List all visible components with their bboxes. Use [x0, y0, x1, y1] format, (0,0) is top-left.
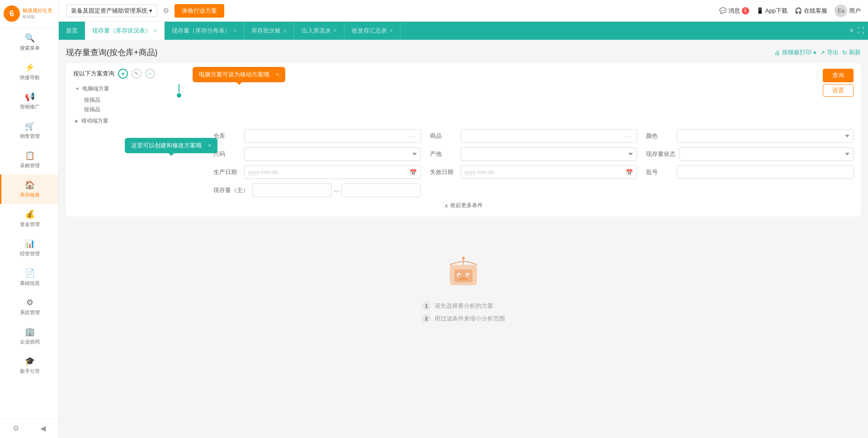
sidebar-item-operations[interactable]: 📊 经营管理 — [0, 233, 58, 263]
collapse-sidebar-btn[interactable]: ◀ — [40, 424, 46, 433]
tab-close-inout-flow[interactable]: × — [334, 28, 337, 34]
filter-batch-row: 批号 — [646, 165, 854, 179]
sidebar-item-marketing[interactable]: 📢 营销推广 — [0, 86, 58, 116]
guide-icon: 🎓 — [25, 356, 35, 366]
sidebar-item-basic[interactable]: 📄 基础信息 — [0, 263, 58, 292]
stock-status-select[interactable] — [679, 147, 854, 161]
expire-date-input[interactable]: yyyy-mm-dd 📅 — [461, 165, 637, 179]
tab-close-recv-summary[interactable]: × — [390, 28, 393, 34]
sidebar-item-guide[interactable]: 🎓 新手引导 — [0, 351, 58, 380]
tab-close-batch-ledger[interactable]: × — [283, 28, 287, 34]
filter-panel: 按以下方案查询 + ✎ ← ▼ 电脑端方案 按揭品 — [66, 63, 861, 217]
tab-inventory-dist[interactable]: 现存量（库存分布表） × — [165, 22, 244, 40]
goods-label: 商品 — [430, 132, 457, 140]
filter-header-label: 按以下方案查询 — [73, 70, 114, 78]
stock-status-label: 现存量状态 — [646, 150, 675, 158]
sidebar-item-search[interactable]: 🔍 搜索菜单 — [0, 28, 58, 57]
tab-close-all-btn[interactable]: × — [849, 27, 854, 35]
message-btn[interactable]: 💬 消息 6 — [719, 7, 749, 15]
tabbar: 首页 现存量（库存状况表） × 现存量（库存分布表） × 库存批次账 × 出入库… — [59, 22, 868, 40]
topbar-gear-icon[interactable]: ⚙ — [163, 6, 169, 15]
batch-input[interactable] — [677, 165, 854, 179]
calendar-icon: 📅 — [626, 169, 633, 176]
system-selector[interactable]: 装备及固定资产辅助管理系统 ▾ — [66, 5, 157, 17]
chevron-down-icon: ▾ — [149, 7, 152, 14]
sidebar-item-quick[interactable]: ⚡ 快捷导航 — [0, 57, 58, 86]
svg-point-4 — [458, 274, 460, 276]
collapse-btn[interactable]: ∧ 收起更多条件 — [444, 202, 483, 209]
filter-action-btns: 查询 设置 — [823, 69, 854, 97]
goods-input[interactable]: ··· — [461, 129, 637, 143]
stock-main-from-input[interactable] — [252, 184, 332, 197]
color-select[interactable] — [677, 129, 854, 143]
tab-inout-flow[interactable]: 出入库流水 × — [294, 22, 344, 40]
system-name: 装备及固定资产辅助管理系统 — [71, 7, 147, 15]
reset-btn[interactable]: 设置 — [823, 84, 854, 97]
desktop-scheme-group[interactable]: ▼ 电脑端方案 — [73, 84, 854, 94]
prev-scheme-btn[interactable]: ← — [145, 69, 155, 79]
sales-icon: 🛒 — [25, 121, 35, 131]
sidebar-item-label: 销售管理 — [20, 133, 40, 140]
tab-maximize-btn[interactable]: ⛶ — [857, 27, 864, 35]
quick-icon: ⚡ — [25, 62, 35, 72]
range-separator: — — [334, 187, 340, 194]
green-tooltip-close-btn[interactable]: × — [208, 142, 212, 149]
industry-solution-btn[interactable]: 体验行业方案 — [175, 4, 224, 18]
sidebar-item-inventory[interactable]: 🏠 库存核算 — [0, 174, 58, 204]
warehouse-label: 仓库 — [213, 132, 241, 140]
prod-date-label: 生产日期 — [213, 168, 241, 176]
filter-expire-date-row: 失效日期 yyyy-mm-dd 📅 — [430, 165, 637, 179]
tab-close-inventory-dist[interactable]: × — [233, 28, 236, 34]
add-scheme-btn[interactable]: + — [118, 69, 128, 79]
tab-batch-ledger[interactable]: 库存批次账 × — [244, 22, 294, 40]
sidebar-item-system[interactable]: ⚙ 系统管理 — [0, 292, 58, 321]
prod-date-input[interactable]: yyyy-mm-dd 📅 — [244, 165, 421, 179]
size-select[interactable] — [244, 147, 421, 161]
filter-stock-status-row: 现存量状态 — [646, 147, 854, 161]
tab-recv-summary[interactable]: 收发存汇总表 × — [344, 22, 401, 40]
print-btn[interactable]: 🖨 按模板打印 ▾ — [774, 48, 816, 57]
scheme-item-2[interactable]: 按揭品 — [82, 105, 854, 114]
app-download-btn[interactable]: 📱 App下载 — [756, 7, 788, 15]
stock-main-to-input[interactable] — [341, 184, 421, 197]
sidebar-item-sales[interactable]: 🛒 销售管理 — [0, 116, 58, 145]
sidebar: 6 畅捷通好生意 标准版 🔍 搜索菜单 ⚡ 快捷导航 📢 营销推广 🛒 销 — [0, 0, 59, 438]
settings-footer-btn[interactable]: ⚙ — [13, 424, 19, 433]
sidebar-item-finance[interactable]: 💰 资金管理 — [0, 204, 58, 233]
svg-point-5 — [467, 274, 469, 276]
svg-rect-1 — [454, 269, 472, 282]
sidebar-item-label: 经营管理 — [20, 250, 40, 257]
query-btn[interactable]: 查询 — [823, 69, 854, 82]
export-btn[interactable]: ↗ 导出 — [820, 48, 839, 57]
user-menu-btn[interactable]: Ea 用户 — [835, 5, 861, 17]
message-badge: 6 — [742, 7, 749, 14]
sidebar-item-purchase[interactable]: 📋 采购管理 — [0, 145, 58, 174]
system-icon: ⚙ — [26, 297, 33, 307]
logo-icon: 6 — [4, 5, 20, 22]
orange-tooltip-close-btn[interactable]: × — [276, 71, 279, 78]
sidebar-item-enterprise[interactable]: 🏢 企业协同 — [0, 321, 58, 351]
tab-inventory-status[interactable]: 现存量（库存状况表） × — [85, 22, 165, 40]
sidebar-item-label: 资金管理 — [20, 221, 40, 228]
edit-scheme-btn[interactable]: ✎ — [132, 69, 142, 79]
export-icon: ↗ — [820, 49, 825, 56]
expand-icon: ▼ — [75, 86, 80, 91]
scheme-item-1[interactable]: 按揭品 — [82, 95, 854, 105]
empty-state: 1 请先选择要分析的方案 2 用过滤条件来缩小分析范围 — [66, 222, 861, 350]
message-icon: 💬 — [719, 7, 726, 14]
origin-select[interactable] — [461, 147, 637, 161]
online-service-btn[interactable]: 🎧 在线客服 — [795, 7, 827, 15]
warehouse-input[interactable]: ··· — [244, 129, 421, 143]
filter-color-row: 颜色 — [646, 129, 854, 143]
topbar: 装备及固定资产辅助管理系统 ▾ ⚙ 体验行业方案 💬 消息 6 📱 App下载 … — [59, 0, 868, 22]
expand-icon: ▶ — [75, 118, 79, 123]
basic-icon: 📄 — [25, 268, 35, 278]
filter-goods-row: 商品 ··· — [430, 129, 637, 143]
sidebar-item-label: 新手引导 — [20, 368, 40, 375]
tab-home[interactable]: 首页 — [59, 22, 85, 40]
sidebar-item-label: 基础信息 — [20, 280, 40, 287]
goods-dots-icon: ··· — [625, 133, 633, 140]
tab-close-inventory-status[interactable]: × — [154, 28, 157, 34]
refresh-btn[interactable]: ↻ 刷新 — [842, 48, 861, 57]
mobile-scheme-group[interactable]: ▶ 移动端方案 — [73, 116, 854, 126]
